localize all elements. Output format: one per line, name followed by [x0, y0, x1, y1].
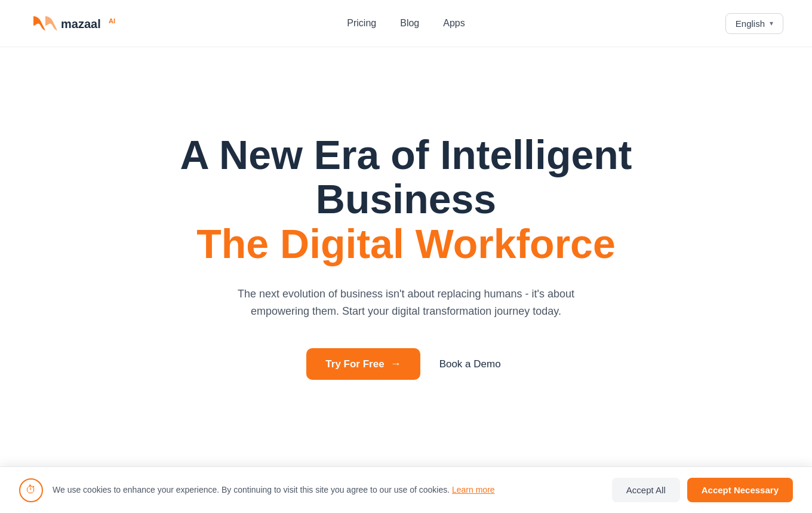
- nav-blog[interactable]: Blog: [400, 18, 419, 29]
- accept-all-button[interactable]: Accept All: [612, 478, 680, 502]
- try-for-free-label: Try For Free: [325, 358, 384, 370]
- cookie-message: We use cookies to enhance your experienc…: [53, 484, 602, 496]
- svg-text:mazaal: mazaal: [61, 17, 101, 30]
- hero-title: A New Era of Intelligent Business: [180, 133, 632, 222]
- nav-pricing[interactable]: Pricing: [347, 18, 376, 29]
- arrow-right-icon: →: [390, 358, 401, 370]
- logo-image: mazaal AI: [29, 11, 124, 35]
- header: mazaal AI Pricing Blog Apps English ▾: [0, 0, 812, 47]
- cookie-icon-wrapper: ⏱: [19, 478, 43, 502]
- hero-title-line1: A New Era of Intelligent: [180, 132, 632, 177]
- language-selector[interactable]: English ▾: [725, 13, 783, 34]
- logo[interactable]: mazaal AI: [29, 11, 124, 35]
- clock-icon: ⏱: [26, 484, 36, 496]
- hero-section: A New Era of Intelligent Business The Di…: [0, 47, 812, 453]
- cookie-banner: ⏱ We use cookies to enhance your experie…: [0, 466, 812, 513]
- hero-cta-group: Try For Free → Book a Demo: [306, 348, 505, 380]
- chevron-down-icon: ▾: [770, 19, 773, 27]
- hero-title-orange: The Digital Workforce: [196, 222, 616, 266]
- cookie-actions: Accept All Accept Necessary: [612, 478, 793, 502]
- accept-necessary-button[interactable]: Accept Necessary: [687, 478, 793, 502]
- nav-apps[interactable]: Apps: [443, 18, 465, 29]
- hero-subtitle: The next evolution of business isn't abo…: [215, 285, 597, 320]
- try-for-free-button[interactable]: Try For Free →: [306, 348, 420, 380]
- main-nav: Pricing Blog Apps: [347, 18, 465, 29]
- hero-title-line2: Business: [316, 176, 496, 222]
- language-label: English: [736, 19, 765, 29]
- learn-more-link[interactable]: Learn more: [452, 485, 495, 494]
- book-demo-button[interactable]: Book a Demo: [435, 349, 506, 380]
- svg-text:AI: AI: [109, 17, 115, 24]
